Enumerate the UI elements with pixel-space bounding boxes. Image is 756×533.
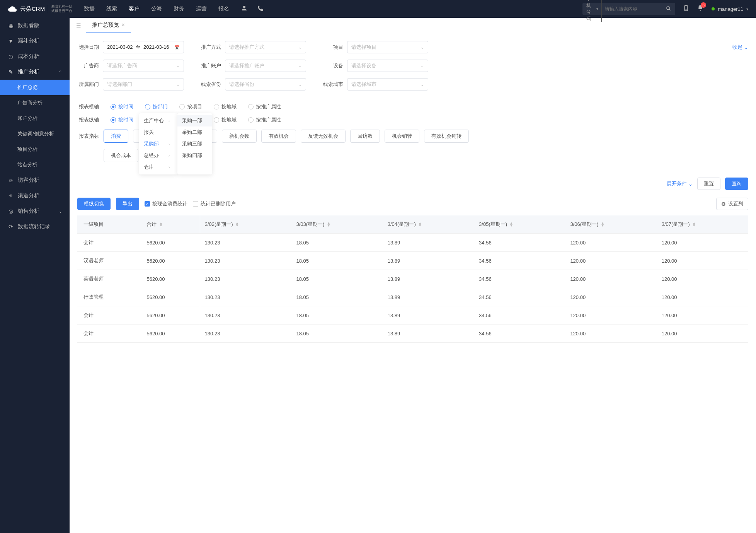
metric-new-opp[interactable]: 新机会数 bbox=[222, 130, 257, 143]
metric-opp-cost[interactable]: 机会成本 bbox=[104, 149, 138, 162]
cash-stats-checkbox[interactable]: 按现金消费统计 bbox=[145, 200, 187, 207]
chevron-right-icon: › bbox=[169, 154, 170, 158]
cascade-item[interactable]: 报关 bbox=[139, 126, 177, 138]
search-box[interactable]: 手机号码 ▾ bbox=[582, 3, 675, 15]
sort-icon[interactable]: ▲▼ bbox=[509, 222, 513, 227]
collapse-link[interactable]: 收起 ⌄ bbox=[732, 44, 748, 51]
radio-horiz-time[interactable]: 按时间 bbox=[111, 103, 133, 110]
method-select[interactable]: 请选择推广方式 ⌄ bbox=[225, 41, 306, 53]
account-select[interactable]: 请选择推广账户 ⌄ bbox=[225, 60, 306, 72]
cascade-item[interactable]: 采购三部 bbox=[177, 138, 212, 150]
sort-icon[interactable]: ▲▼ bbox=[159, 222, 163, 227]
sort-icon[interactable]: ▲▼ bbox=[601, 222, 604, 227]
sidebar-item-advertiser[interactable]: 广告商分析 bbox=[0, 95, 70, 111]
dept-select[interactable]: 请选择部门 ⌄ bbox=[103, 78, 184, 91]
deleted-stats-checkbox[interactable]: 统计已删除用户 bbox=[193, 200, 236, 207]
sort-icon[interactable]: ▲▼ bbox=[235, 222, 239, 227]
city-select[interactable]: 请选择城市 ⌄ bbox=[347, 78, 428, 91]
user-icon[interactable] bbox=[241, 5, 248, 14]
cascade-item[interactable]: 采购一部 bbox=[177, 115, 212, 126]
metric-revisit[interactable]: 回访数 bbox=[350, 130, 380, 143]
province-select[interactable]: 请选择省份 ⌄ bbox=[225, 78, 306, 91]
sidebar-item-funnel[interactable]: ▼ 漏斗分析 bbox=[0, 33, 70, 49]
sort-icon[interactable]: ▲▼ bbox=[418, 222, 422, 227]
phone-icon[interactable] bbox=[257, 5, 264, 14]
sidebar-item-sales[interactable]: ◎ 销售分析 ⌄ bbox=[0, 203, 70, 219]
cascade-item[interactable]: 仓库› bbox=[139, 161, 177, 173]
metric-opp-convert[interactable]: 机会销转 bbox=[385, 130, 419, 143]
metric-valid-opp[interactable]: 有效机会 bbox=[261, 130, 296, 143]
column-settings-button[interactable]: ⚙ 设置列 bbox=[716, 198, 748, 210]
query-button[interactable]: 查询 bbox=[725, 178, 748, 190]
nav-sea[interactable]: 公海 bbox=[151, 5, 162, 12]
export-button[interactable]: 导出 bbox=[116, 198, 139, 210]
table-col-header[interactable]: 3/03(星期一)▲▼ bbox=[291, 215, 383, 234]
sidebar-item-site[interactable]: 站点分析 bbox=[0, 157, 70, 173]
chevron-down-icon: ⌄ bbox=[688, 181, 693, 187]
table-col-header[interactable]: 合计▲▼ bbox=[142, 215, 200, 234]
mobile-icon[interactable] bbox=[683, 4, 689, 14]
sidebar-item-channel[interactable]: ⚭ 渠道分析 bbox=[0, 188, 70, 203]
search-icon[interactable] bbox=[666, 6, 671, 12]
search-input[interactable] bbox=[602, 6, 666, 12]
sidebar-item-dashboard[interactable]: ▦ 数据看版 bbox=[0, 18, 70, 33]
table-col-header[interactable]: 3/04(星期一)▲▼ bbox=[383, 215, 474, 234]
table-col-header[interactable]: 3/02(星期一)▲▼ bbox=[200, 215, 291, 234]
sidebar-item-flow[interactable]: ⟳ 数据流转记录 bbox=[0, 219, 70, 234]
toggle-axis-button[interactable]: 横纵切换 bbox=[77, 198, 111, 210]
reset-button[interactable]: 重置 bbox=[697, 178, 720, 190]
table-col-header[interactable]: 3/06(星期一)▲▼ bbox=[565, 215, 657, 234]
close-icon[interactable]: ✕ bbox=[121, 22, 125, 27]
nav-data[interactable]: 数据 bbox=[84, 5, 95, 12]
table-row: 会计5620.00130.2318.0513.8934.56120.00120.… bbox=[77, 306, 748, 325]
table-cell: 会计 bbox=[77, 306, 142, 325]
nav-signup[interactable]: 报名 bbox=[218, 5, 229, 12]
nav-customer[interactable]: 客户 bbox=[129, 5, 140, 12]
project-select[interactable]: 请选择项目 ⌄ bbox=[347, 41, 428, 53]
chevron-down-icon: ⌄ bbox=[298, 45, 302, 50]
horiz-axis-label: 报表横轴 bbox=[77, 103, 99, 110]
advertiser-select[interactable]: 请选择广告商 ⌄ bbox=[103, 60, 184, 72]
sidebar-item-promo[interactable]: ✎ 推广分析 ⌃ bbox=[0, 64, 70, 80]
radio-horiz-region[interactable]: 按地域 bbox=[214, 103, 237, 110]
cascade-item[interactable]: 生产中心› bbox=[139, 115, 177, 126]
table-cell: 34.56 bbox=[474, 288, 565, 306]
sidebar-item-account[interactable]: 账户分析 bbox=[0, 111, 70, 126]
sidebar-collapse-button[interactable]: ☰ bbox=[72, 22, 86, 29]
logo[interactable]: 云朵CRM 教育机构一站 式服务云平台 bbox=[8, 4, 72, 14]
device-select[interactable]: 请选择设备 ⌄ bbox=[347, 60, 428, 72]
radio-vert-time[interactable]: 按时间 bbox=[111, 116, 133, 123]
cascade-item[interactable]: 采购二部 bbox=[177, 126, 212, 138]
date-label: 选择日期 bbox=[77, 44, 99, 51]
sidebar-item-visitor[interactable]: ☺ 访客分析 bbox=[0, 173, 70, 188]
date-range-input[interactable]: 2021-03-02 至 2021-03-16 📅 bbox=[103, 41, 184, 53]
radio-horiz-project[interactable]: 按项目 bbox=[179, 103, 202, 110]
sidebar-item-cost[interactable]: ◷ 成本分析 bbox=[0, 49, 70, 64]
tab-promo-overview[interactable]: 推广总预览 ✕ bbox=[86, 18, 131, 33]
radio-horiz-dept[interactable]: 按部门 bbox=[145, 103, 168, 110]
metric-valid-opp-convert[interactable]: 有效机会销转 bbox=[424, 130, 469, 143]
cascade-item[interactable]: 采购部› bbox=[139, 138, 177, 150]
radio-vert-promo[interactable]: 按推广属性 bbox=[248, 116, 281, 123]
sort-icon[interactable]: ▲▼ bbox=[692, 222, 696, 227]
table-col-header[interactable]: 3/05(星期一)▲▼ bbox=[474, 215, 565, 234]
table-col-header[interactable]: 3/07(星期一)▲▼ bbox=[657, 215, 748, 234]
sidebar-item-keyword[interactable]: 关键词/创意分析 bbox=[0, 126, 70, 142]
user-menu[interactable]: manager11 ▾ bbox=[712, 6, 748, 12]
table-cell: 5620.00 bbox=[142, 270, 200, 288]
table-cell: 18.05 bbox=[291, 270, 383, 288]
sort-icon[interactable]: ▲▼ bbox=[327, 222, 330, 227]
cascade-item[interactable]: 采购四部 bbox=[177, 150, 212, 161]
nav-ops[interactable]: 运营 bbox=[196, 5, 207, 12]
nav-finance[interactable]: 财务 bbox=[174, 5, 184, 12]
expand-conditions-link[interactable]: 展开条件 ⌄ bbox=[667, 180, 693, 187]
radio-horiz-promo[interactable]: 按推广属性 bbox=[248, 103, 281, 110]
bell-icon[interactable]: 5 bbox=[697, 5, 704, 14]
sidebar-item-promo-overview[interactable]: 推广总览 bbox=[0, 80, 70, 95]
nav-lead[interactable]: 线索 bbox=[106, 5, 117, 12]
sidebar-item-project[interactable]: 项目分析 bbox=[0, 142, 70, 157]
metric-consume[interactable]: 消费 bbox=[104, 130, 128, 143]
radio-vert-region[interactable]: 按地域 bbox=[214, 116, 237, 123]
cascade-item[interactable]: 总经办› bbox=[139, 150, 177, 161]
metric-feedback-invalid[interactable]: 反馈无效机会 bbox=[301, 130, 346, 143]
